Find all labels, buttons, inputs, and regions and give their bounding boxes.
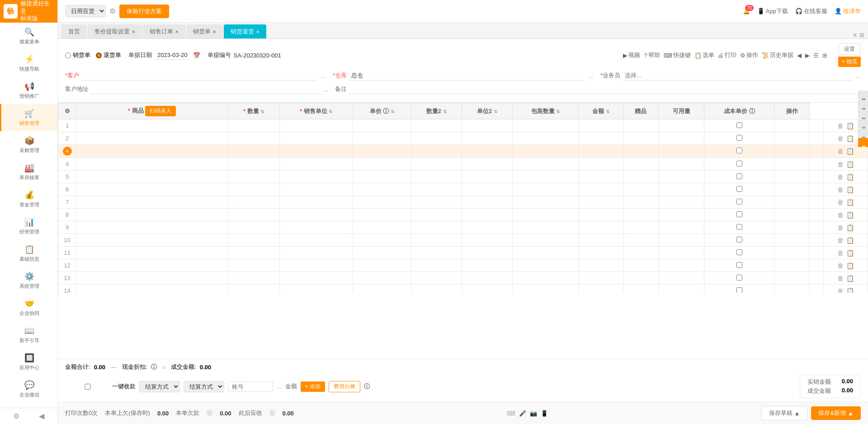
remark-input[interactable] [349, 84, 861, 94]
gift-cell[interactable] [704, 196, 774, 209]
print-btn[interactable]: 🖨 打印 [718, 51, 736, 59]
tab-close-sales-return[interactable]: ✕ [256, 29, 259, 34]
notification-badge[interactable]: 🔔 70 [743, 8, 750, 14]
copy-icon[interactable]: 📋 [846, 122, 854, 129]
address-dots[interactable]: ... [323, 86, 328, 93]
copy-icon[interactable]: 📋 [846, 161, 854, 168]
add-row-btn[interactable]: + [63, 147, 72, 156]
shortcut-btn[interactable]: ⌨ 快捷键 [664, 51, 691, 59]
video-btn[interactable]: ▶ 视频 [623, 51, 640, 59]
price-sort-icon[interactable]: ⇅ [391, 109, 394, 114]
pack-sort-icon[interactable]: ⇅ [556, 109, 560, 114]
product-input[interactable] [80, 148, 224, 155]
product-cell[interactable] [76, 221, 228, 234]
tab-sales-return[interactable]: 销货退货 ✕ [224, 24, 266, 38]
delete-icon[interactable]: 🗑 [837, 161, 844, 168]
gift-cell[interactable] [704, 259, 774, 272]
radio-sales-return[interactable]: 退货单 [96, 51, 121, 59]
product-cell[interactable] [76, 183, 228, 196]
one-click-payment[interactable]: 一键收款 [65, 382, 136, 391]
sidebar-item-marketing[interactable]: 📢 营销推广 [0, 77, 57, 104]
product-cell[interactable] [76, 158, 228, 171]
gift-cell[interactable] [704, 171, 774, 183]
sidebar-item-guide[interactable]: 📖 新手引导 [0, 321, 57, 348]
tab-sales-delivery[interactable]: 销货单 ✕ [186, 24, 223, 38]
user-profile[interactable]: 👤 徐泽华 [835, 7, 861, 15]
sidebar-item-sales[interactable]: 🛒 销售管理 [0, 104, 57, 131]
warehouse-input[interactable] [349, 71, 585, 81]
delete-icon[interactable]: 🗑 [837, 262, 844, 269]
sidebar-item-purchase[interactable]: 📦 采购管理 [0, 131, 57, 158]
table-settings-icon[interactable]: ⚙ [65, 108, 70, 114]
delete-icon[interactable]: 🗑 [837, 186, 844, 193]
prev-record-btn[interactable]: ◀ [797, 52, 802, 59]
customer-input[interactable] [81, 71, 317, 81]
unit2-sort-icon[interactable]: ⇅ [494, 109, 497, 114]
product-cell[interactable] [76, 247, 228, 259]
scan-btn[interactable]: 扫码录入 [145, 106, 176, 116]
tab-home[interactable]: 首页 [61, 24, 87, 38]
one-click-checkbox[interactable] [65, 384, 110, 390]
expand-btn[interactable]: ⊞ [859, 32, 864, 38]
close-all-btn[interactable]: ✕ [853, 32, 858, 38]
delete-icon[interactable]: 🗑 [837, 135, 844, 142]
dropdown-arrow[interactable]: ▲ [794, 410, 800, 417]
sidebar-settings-btn[interactable]: ⚙ [13, 412, 19, 420]
tab-price-setting[interactable]: 售价提取设置 ✕ [88, 24, 142, 38]
product-cell[interactable] [76, 285, 228, 293]
online-service-link[interactable]: 🎧 在线客服 [795, 7, 827, 15]
customer-dots[interactable]: ... [321, 72, 326, 79]
help-btn[interactable]: ? 帮助 [644, 51, 660, 59]
warehouse-dots[interactable]: ... [588, 72, 593, 79]
copy-icon[interactable]: 📋 [846, 199, 854, 206]
floating-btn-log[interactable]: 日志 [858, 119, 868, 128]
copy-icon[interactable]: 📋 [846, 249, 854, 257]
copy-icon[interactable]: 📋 [846, 237, 854, 244]
next-record-btn[interactable]: ▶ [805, 52, 810, 59]
voice-icon[interactable]: 🎤 [519, 410, 526, 417]
save-new-btn[interactable]: 保存&新增 ▲ [811, 406, 861, 420]
gift-cell[interactable] [704, 285, 774, 293]
sidebar-item-inventory[interactable]: 🏭 库存核算 [0, 158, 57, 186]
delete-icon[interactable]: 🗑 [837, 211, 844, 219]
tab-close-sales-delivery[interactable]: ✕ [212, 29, 216, 34]
delete-icon[interactable]: 🗑 [837, 122, 844, 129]
sidebar-item-system[interactable]: ⚙️ 系统管理 [0, 267, 57, 294]
add-payment-btn[interactable]: + 添加 [301, 381, 325, 392]
gift-cell[interactable] [704, 272, 774, 285]
floating-btn-favorite[interactable]: 收藏 [858, 100, 868, 109]
product-cell[interactable] [76, 196, 228, 209]
sidebar-item-wechat[interactable]: 💬 企业微信 [0, 376, 57, 403]
sidebar-item-member[interactable]: 👑 畅会员 [0, 403, 57, 408]
copy-icon[interactable]: 📋 [846, 287, 854, 293]
sidebar-item-apps[interactable]: 🔲 应用中心 [0, 348, 57, 376]
copy-icon[interactable]: 📋 [846, 211, 854, 219]
sidebar-item-basic[interactable]: 📋 基础信息 [0, 240, 57, 267]
gift-cell[interactable] [704, 132, 774, 145]
history-btn[interactable]: 📜 历史单据 [762, 51, 793, 59]
qty2-sort-icon[interactable]: ⇅ [443, 109, 447, 114]
copy-icon[interactable]: 📋 [846, 275, 854, 282]
delete-icon[interactable]: 🗑 [837, 237, 844, 244]
gift-cell[interactable] [704, 209, 774, 221]
delete-icon[interactable]: 🗑 [837, 275, 844, 282]
settings-btn[interactable]: 设置 [838, 43, 861, 55]
copy-icon[interactable]: 📋 [846, 262, 854, 269]
view-list-btn[interactable]: ☰ [813, 52, 819, 59]
delete-icon[interactable]: 🗑 [837, 148, 844, 155]
copy-icon[interactable]: 📋 [846, 173, 854, 181]
floating-btn-approve[interactable]: 审批 [858, 129, 868, 138]
sidebar-item-shortcut[interactable]: ⚡ 快捷导航 [0, 50, 57, 77]
qr-icon[interactable]: 📱 [541, 410, 548, 417]
product-cell[interactable] [76, 132, 228, 145]
account-method-select[interactable]: 结算方式 [139, 381, 180, 392]
quantity-sort-icon[interactable]: ⇅ [260, 109, 264, 114]
copy-icon[interactable]: 📋 [846, 148, 854, 155]
calendar-icon[interactable]: 📅 [193, 52, 200, 59]
camera-icon[interactable]: 📷 [530, 410, 537, 417]
operation-btn[interactable]: ⚙ 操作 [740, 51, 758, 59]
product-cell[interactable] [76, 119, 228, 132]
topbar-gear-icon[interactable]: ⚙ [109, 7, 116, 15]
gift-cell[interactable] [704, 234, 774, 247]
copy-icon[interactable]: 📋 [846, 224, 854, 231]
